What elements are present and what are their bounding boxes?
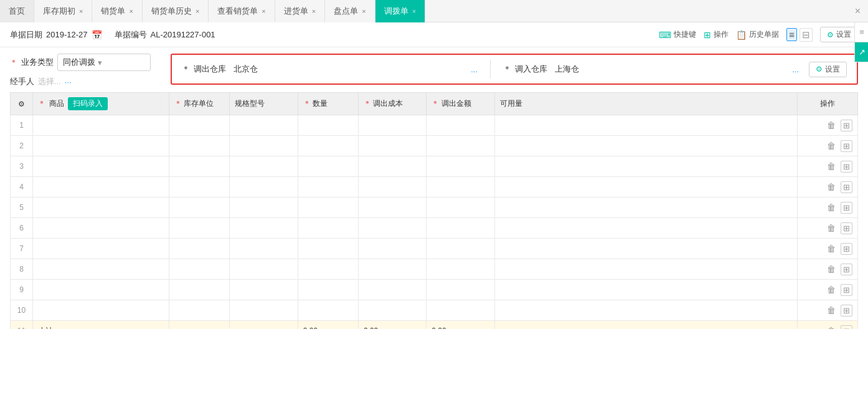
tab-purchase-order[interactable]: 进货单 × (275, 0, 325, 22)
row-unit[interactable] (169, 198, 230, 218)
row-spec[interactable] (230, 239, 298, 259)
delete-icon[interactable]: 🗑 (827, 244, 836, 254)
subtotal-copy-icon[interactable]: ⊞ (841, 325, 852, 330)
tab-inventory-check-close[interactable]: × (362, 7, 366, 15)
person-select[interactable]: 选择... (38, 76, 61, 87)
row-unit[interactable] (169, 115, 230, 136)
row-available[interactable] (494, 218, 797, 239)
row-available[interactable] (494, 198, 797, 218)
delete-icon[interactable]: 🗑 (827, 264, 836, 274)
row-available[interactable] (494, 300, 797, 321)
tab-inventory-init-close[interactable]: × (79, 7, 83, 15)
row-product[interactable] (33, 156, 169, 177)
grid-view-icon[interactable]: ⊟ (800, 28, 813, 42)
row-cost[interactable] (358, 177, 426, 198)
row-product[interactable] (33, 218, 169, 239)
row-product[interactable] (33, 198, 169, 218)
row-cost[interactable] (358, 115, 426, 136)
delete-icon[interactable]: 🗑 (827, 161, 836, 171)
row-product[interactable] (33, 259, 169, 280)
row-spec[interactable] (230, 177, 298, 198)
delete-icon[interactable]: 🗑 (827, 223, 836, 233)
shortcut-button[interactable]: ⌨ 快捷键 (659, 29, 696, 40)
person-more-icon[interactable]: ··· (65, 77, 72, 87)
tab-view-sales[interactable]: 查看销货单 × (209, 0, 275, 22)
row-product[interactable] (33, 300, 169, 321)
row-amount[interactable] (427, 136, 494, 156)
row-qty[interactable] (298, 115, 358, 136)
copy-icon[interactable]: ⊞ (841, 181, 852, 193)
row-qty[interactable] (298, 177, 358, 198)
table-gear-icon[interactable]: ⚙ (18, 100, 25, 108)
delete-icon[interactable]: 🗑 (827, 305, 836, 315)
copy-icon[interactable]: ⊞ (841, 161, 852, 173)
row-unit[interactable] (169, 177, 230, 198)
row-available[interactable] (494, 177, 797, 198)
row-amount[interactable] (427, 259, 494, 280)
row-qty[interactable] (298, 239, 358, 259)
th-gear[interactable]: ⚙ (11, 93, 33, 115)
row-spec[interactable] (230, 259, 298, 280)
copy-icon[interactable]: ⊞ (841, 120, 852, 131)
row-amount[interactable] (427, 156, 494, 177)
row-amount[interactable] (427, 239, 494, 259)
row-available[interactable] (494, 156, 797, 177)
row-unit[interactable] (169, 156, 230, 177)
row-product[interactable] (33, 239, 169, 259)
tab-inventory-init[interactable]: 库存期初 × (34, 0, 92, 22)
row-available[interactable] (494, 115, 797, 136)
copy-icon[interactable]: ⊞ (841, 140, 852, 152)
row-unit[interactable] (169, 300, 230, 321)
tab-view-sales-close[interactable]: × (262, 7, 265, 15)
sidebar-list-icon[interactable]: ≡ (855, 22, 868, 42)
delete-icon[interactable]: 🗑 (827, 285, 836, 295)
operation-button[interactable]: ⊞ 操作 (704, 29, 729, 40)
row-available[interactable] (494, 259, 797, 280)
row-cost[interactable] (358, 136, 426, 156)
scan-button[interactable]: 扫码录入 (68, 97, 108, 110)
row-amount[interactable] (427, 218, 494, 239)
row-unit[interactable] (169, 259, 230, 280)
row-cost[interactable] (358, 280, 426, 300)
row-spec[interactable] (230, 136, 298, 156)
row-spec[interactable] (230, 218, 298, 239)
delete-icon[interactable]: 🗑 (827, 141, 836, 151)
row-spec[interactable] (230, 198, 298, 218)
tab-purchase-order-close[interactable]: × (312, 7, 316, 15)
row-amount[interactable] (427, 115, 494, 136)
row-qty[interactable] (298, 156, 358, 177)
delete-icon[interactable]: 🗑 (827, 120, 836, 130)
wh-out-more[interactable]: ... (471, 65, 478, 74)
settings-button[interactable]: ⚙ 设置 (820, 27, 858, 42)
row-spec[interactable] (230, 156, 298, 177)
row-qty[interactable] (298, 259, 358, 280)
calendar-icon[interactable]: 📅 (92, 30, 102, 40)
tab-transfer-order[interactable]: 调拨单 × (375, 0, 425, 22)
row-spec[interactable] (230, 280, 298, 300)
tab-sales-order-close[interactable]: × (129, 7, 133, 15)
row-qty[interactable] (298, 218, 358, 239)
row-qty[interactable] (298, 300, 358, 321)
tab-home[interactable]: 首页 (0, 0, 34, 22)
row-spec[interactable] (230, 115, 298, 136)
business-type-select[interactable]: 同价调拨 ▾ (57, 54, 151, 71)
list-view-icon[interactable]: ≡ (786, 28, 797, 41)
sidebar-export-icon[interactable]: ↗ (855, 42, 868, 62)
tab-sales-history-close[interactable]: × (196, 7, 199, 15)
tab-inventory-check[interactable]: 盘点单 × (325, 0, 375, 22)
copy-icon[interactable]: ⊞ (841, 202, 852, 214)
row-amount[interactable] (427, 198, 494, 218)
row-amount[interactable] (427, 300, 494, 321)
tab-sales-order[interactable]: 销货单 × (92, 0, 142, 22)
row-unit[interactable] (169, 280, 230, 300)
history-button[interactable]: 📋 历史单据 (736, 29, 779, 40)
delete-icon[interactable]: 🗑 (827, 202, 836, 212)
copy-icon[interactable]: ⊞ (841, 264, 852, 275)
row-amount[interactable] (427, 177, 494, 198)
row-unit[interactable] (169, 136, 230, 156)
close-all-button[interactable]: × (847, 0, 868, 22)
row-product[interactable] (33, 280, 169, 300)
wh-in-more[interactable]: ... (792, 65, 799, 74)
delete-icon[interactable]: 🗑 (827, 182, 836, 192)
copy-icon[interactable]: ⊞ (841, 284, 852, 296)
